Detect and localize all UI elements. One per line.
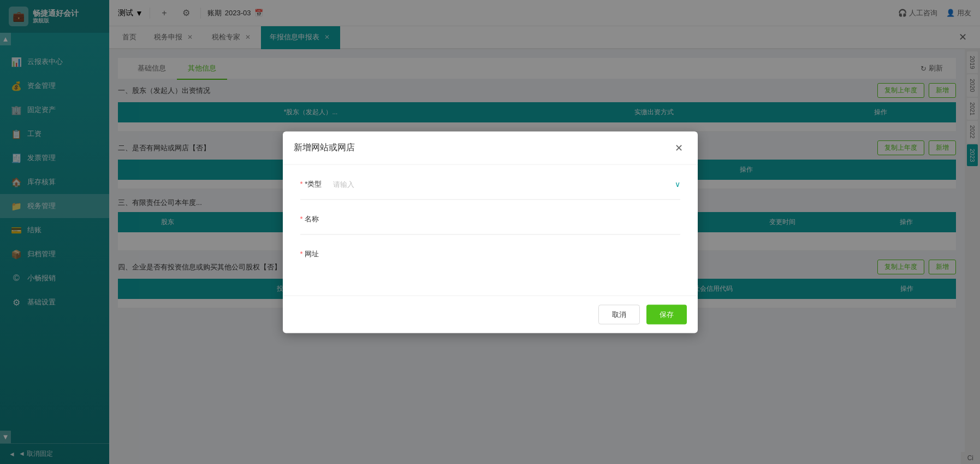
modal-close-button[interactable]: ✕: [672, 140, 687, 155]
modal-header: 新增网站或网店 ✕: [283, 131, 698, 165]
type-required-mark: *: [300, 180, 303, 188]
name-input[interactable]: [333, 213, 680, 225]
type-input[interactable]: [333, 178, 680, 190]
url-form-item: * 网址: [300, 248, 680, 269]
name-form-item: * 名称: [300, 213, 680, 234]
url-input-wrapper: [333, 248, 680, 260]
name-required-mark: *: [300, 215, 303, 223]
url-required-mark: *: [300, 250, 303, 258]
type-label: * *类型: [300, 179, 333, 189]
url-input[interactable]: [333, 248, 680, 260]
modal-footer: 取消 保存: [283, 295, 698, 333]
add-website-modal: 新增网站或网店 ✕ * *类型 ∨ * 名称: [283, 131, 698, 333]
type-form-item: * *类型 ∨: [300, 178, 680, 199]
save-button[interactable]: 保存: [646, 304, 687, 324]
name-input-wrapper: [333, 213, 680, 225]
name-label: * 名称: [300, 214, 333, 224]
type-dropdown-arrow[interactable]: ∨: [675, 180, 680, 189]
type-input-wrapper: ∨: [333, 178, 680, 190]
modal-title: 新增网站或网店: [294, 142, 355, 154]
modal-body: * *类型 ∨ * 名称 * 网址: [283, 165, 698, 295]
cancel-button[interactable]: 取消: [598, 304, 640, 324]
url-label: * 网址: [300, 249, 333, 259]
